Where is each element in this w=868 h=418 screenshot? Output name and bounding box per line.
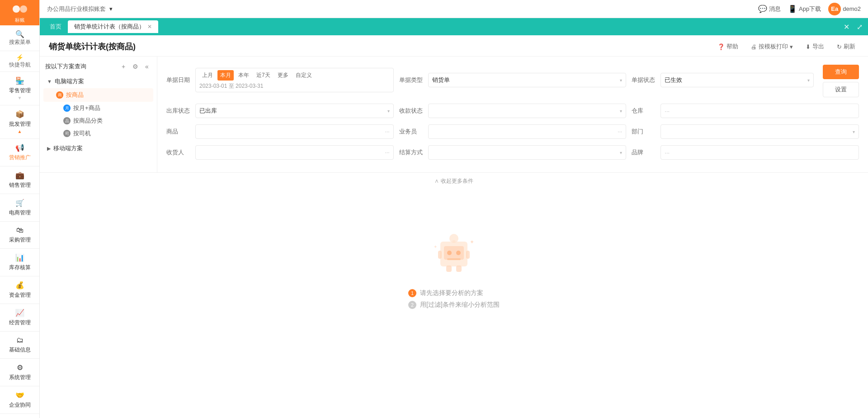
sidebar-item-sales[interactable]: 💼 销售管理 bbox=[0, 166, 39, 194]
settlement-arrow: ▾ bbox=[620, 150, 622, 155]
ecommerce-label: 电商管理 bbox=[9, 209, 31, 217]
sidebar-item-marketing[interactable]: 📢 营销推广 bbox=[0, 139, 39, 166]
message-button[interactable]: 💬 消息 bbox=[758, 5, 781, 13]
sidebar-item-inventory[interactable]: 📊 库存核算 bbox=[0, 249, 39, 276]
user-menu[interactable]: Ea demo2 bbox=[828, 3, 861, 15]
product-dots: ··· bbox=[385, 128, 390, 135]
warehouse-control[interactable]: 已出库 ▾ bbox=[195, 104, 394, 118]
tab-close-all[interactable]: ✕ bbox=[842, 23, 851, 31]
sidebar-search-menu[interactable]: 🔍 搜索菜单 bbox=[0, 25, 39, 51]
wholesale-label: 批发管理 bbox=[9, 120, 31, 128]
doc-type-field: 单据类型 销货单 ▾ bbox=[399, 73, 627, 87]
sidebar-item-system[interactable]: ⚙ 系统管理 bbox=[0, 359, 39, 386]
date-control[interactable]: 上月 本月 本年 近7天 更多 自定义 2023-03-01 至 2023-03… bbox=[195, 68, 394, 92]
salesperson-control[interactable]: ··· bbox=[428, 124, 627, 139]
doc-type-control[interactable]: 销货单 ▾ bbox=[428, 73, 627, 87]
tab-bar: 首页 销货单统计计表（按商品） ✕ ✕ ⤢ bbox=[40, 18, 868, 35]
add-scheme-button[interactable]: + bbox=[119, 62, 128, 71]
help-button[interactable]: ❓ 帮助 bbox=[714, 41, 742, 52]
doc-status-control[interactable]: 已生效 ▾ bbox=[660, 73, 814, 87]
query-button[interactable]: 查询 bbox=[823, 65, 859, 79]
help-label: 帮助 bbox=[726, 43, 738, 51]
salesperson-dots: ··· bbox=[618, 128, 622, 135]
collapse-panel-button[interactable]: « bbox=[142, 62, 151, 71]
receiver-control[interactable]: ··· bbox=[195, 145, 394, 160]
inventory-label: 库存核算 bbox=[9, 264, 31, 271]
tab-maximize[interactable]: ⤢ bbox=[855, 23, 864, 31]
receiver-dots: ··· bbox=[385, 149, 390, 156]
filter-row-3: 商品 ··· 业务员 ··· bbox=[166, 124, 859, 139]
sidebar-item-enterprise[interactable]: 🤝 企业协同 bbox=[0, 386, 39, 414]
tree-mobile-header[interactable]: ▶ 移动端方案 bbox=[43, 142, 153, 155]
date-field: 单据日期 上月 本月 本年 近7天 更多 自定义 20 bbox=[166, 68, 394, 92]
sidebar-item-retail[interactable]: 🏪 零售管理 ▼ bbox=[0, 72, 39, 105]
export-button[interactable]: ⬇ 导出 bbox=[802, 41, 828, 52]
settlement-control[interactable]: ▾ bbox=[428, 145, 627, 160]
refresh-icon: ↻ bbox=[837, 43, 842, 50]
sidebar-item-finance[interactable]: 💰 资金管理 bbox=[0, 276, 39, 304]
refresh-button[interactable]: ↻ 刷新 bbox=[833, 41, 859, 52]
sidebar-item-wholesale[interactable]: 📦 批发管理 ▲ bbox=[0, 105, 39, 139]
app-download-button[interactable]: 📱 App下载 bbox=[788, 5, 821, 13]
tree-collapse-icon: ▶ bbox=[47, 146, 51, 152]
tree-item-by-product[interactable]: 商 按商品 bbox=[43, 88, 153, 102]
content-wrapper: 销货单统计计表(按商品) ❓ 帮助 🖨 按模板打印 ▾ ⬇ 导出 bbox=[40, 35, 868, 418]
by-category-icon: 品 bbox=[63, 117, 71, 124]
tab-close-icon[interactable]: ✕ bbox=[147, 24, 152, 30]
finance-label: 资金管理 bbox=[9, 291, 31, 299]
collapse-bar[interactable]: ∧ 收起更多条件 bbox=[40, 172, 868, 190]
date-tab-7days[interactable]: 近7天 bbox=[254, 70, 273, 81]
page-title-bar: 销货单统计计表(按商品) ❓ 帮助 🖨 按模板打印 ▾ ⬇ 导出 bbox=[40, 35, 868, 57]
date-tab-more[interactable]: 更多 bbox=[275, 70, 291, 81]
settlement-label: 结算方式 bbox=[399, 148, 425, 157]
sidebar-logo: 标账 bbox=[0, 0, 40, 25]
tree-item-by-month-product[interactable]: 月 按月+商品 bbox=[43, 102, 153, 114]
left-panel-title: 按以下方案查询 bbox=[45, 62, 86, 71]
payment-control[interactable]: ▾ bbox=[428, 104, 627, 118]
page-content: 销货单统计计表(按商品) ❓ 帮助 🖨 按模板打印 ▾ ⬇ 导出 bbox=[40, 35, 868, 418]
date-tab-this-month[interactable]: 本月 bbox=[217, 70, 234, 81]
date-tab-custom[interactable]: 自定义 bbox=[293, 70, 315, 81]
doc-status-value: 已生效 bbox=[665, 76, 806, 84]
storage-control[interactable]: ··· bbox=[660, 104, 859, 118]
tab-sales-stats[interactable]: 销货单统计计表（按商品） ✕ bbox=[68, 20, 158, 33]
sidebar-item-operations[interactable]: 📈 经营管理 bbox=[0, 304, 39, 332]
by-driver-icon: 司 bbox=[63, 130, 71, 137]
sidebar-quick-nav[interactable]: ⚡ 快捷导航 bbox=[0, 51, 39, 72]
date-tab-this-year[interactable]: 本年 bbox=[236, 70, 252, 81]
svg-rect-6 bbox=[447, 258, 461, 260]
date-tab-last-month[interactable]: 上月 bbox=[199, 70, 216, 81]
sidebar-item-purchase[interactable]: 🛍 采购管理 bbox=[0, 222, 39, 249]
tab-home[interactable]: 首页 bbox=[43, 20, 68, 33]
svg-text:✦: ✦ bbox=[434, 244, 437, 249]
department-arrow: ▾ bbox=[853, 129, 855, 134]
brand-control[interactable]: ··· bbox=[660, 145, 859, 160]
svg-rect-9 bbox=[446, 266, 452, 272]
logo-icon bbox=[12, 2, 28, 16]
main-area: 办公用品行业模拟账套 ▾ 💬 消息 📱 App下载 Ea demo2 首页 bbox=[40, 0, 868, 418]
tip-2-text: 用[过滤]条件来缩小分析范围 bbox=[420, 301, 500, 309]
receiver-field: 收货人 ··· bbox=[166, 145, 394, 160]
department-control[interactable]: ▾ bbox=[660, 124, 859, 139]
sidebar-item-newuser[interactable]: 🎯 新手引导 bbox=[0, 414, 39, 418]
tree-item-by-category[interactable]: 品 按商品分类 bbox=[43, 114, 153, 127]
payment-label: 收款状态 bbox=[399, 107, 425, 115]
search-menu-label: 搜索菜单 bbox=[0, 38, 39, 46]
payment-arrow: ▾ bbox=[620, 109, 622, 114]
industry-dropdown[interactable]: ▾ bbox=[109, 5, 113, 12]
settings-scheme-button[interactable]: ⚙ bbox=[131, 62, 140, 71]
marketing-label: 营销推广 bbox=[9, 154, 31, 162]
settings-button[interactable]: 设置 bbox=[823, 82, 859, 97]
by-month-product-icon: 月 bbox=[63, 104, 71, 112]
print-button[interactable]: 🖨 按模板打印 ▾ bbox=[747, 41, 797, 52]
enterprise-icon: 🤝 bbox=[15, 391, 24, 399]
product-control[interactable]: ··· bbox=[195, 124, 394, 139]
tree-pc-header[interactable]: ▼ 电脑端方案 bbox=[43, 75, 153, 88]
quick-nav-label: 快捷导航 bbox=[0, 61, 39, 69]
export-icon: ⬇ bbox=[806, 43, 811, 50]
sidebar-item-basic[interactable]: 🗂 基础信息 bbox=[0, 332, 39, 359]
top-header: 办公用品行业模拟账套 ▾ 💬 消息 📱 App下载 Ea demo2 bbox=[40, 0, 868, 18]
filter-row-2: 出库状态 已出库 ▾ 收款状态 ▾ bbox=[166, 104, 859, 118]
tree-item-by-driver[interactable]: 司 按司机 bbox=[43, 127, 153, 140]
sidebar-item-ecommerce[interactable]: 🛒 电商管理 bbox=[0, 194, 39, 222]
